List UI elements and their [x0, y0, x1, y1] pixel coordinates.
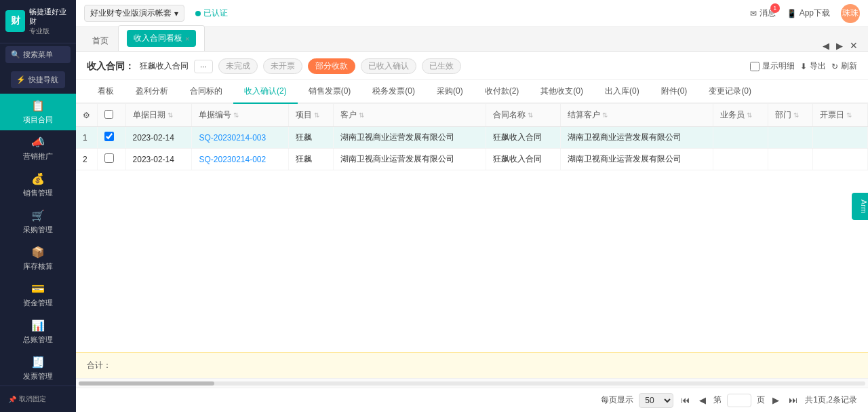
- dept-column-header[interactable]: 部门⇅: [768, 104, 813, 127]
- sidebar-icon-purchase: 🛒: [31, 209, 45, 223]
- subtab-收入确认[interactable]: 收入确认(2): [233, 80, 298, 104]
- sidebar-icon-project: 📋: [31, 99, 45, 113]
- row-checkbox-1[interactable]: [104, 153, 114, 163]
- status-noinvoice-badge[interactable]: 未开票: [263, 58, 302, 74]
- sidebar-label-invoice: 发票管理: [23, 371, 53, 381]
- sidebar-icon-sales: 💰: [31, 172, 45, 186]
- row-dept-0: [768, 127, 813, 149]
- row-code-1[interactable]: SQ-20230214-002: [192, 149, 288, 170]
- sidebar-item-general[interactable]: 📊 总账管理: [0, 314, 76, 350]
- page-label-page: 页: [757, 394, 765, 406]
- table-row[interactable]: 2 2023-02-14 SQ-20230214-002 狂飙 湖南卫视商业运营…: [76, 149, 868, 170]
- subtab-合同标的[interactable]: 合同标的: [179, 80, 233, 104]
- sort-icon: ⇅: [528, 111, 533, 119]
- prev-page-button[interactable]: ◀: [697, 395, 708, 405]
- sidebar-item-marketing[interactable]: 📣 营销推广: [0, 130, 76, 167]
- subtab-附件[interactable]: 附件(0): [650, 80, 698, 104]
- contract-more-button[interactable]: ···: [194, 60, 213, 73]
- subtab-其他收支[interactable]: 其他收支(0): [530, 80, 594, 104]
- search-menu-button[interactable]: 🔍 搜索菜单: [5, 46, 71, 63]
- subtab-采购[interactable]: 采购(0): [426, 80, 474, 104]
- sidebar-item-project[interactable]: 📋 项目合同: [0, 94, 76, 130]
- export-button[interactable]: ⬇ 导出: [800, 60, 826, 72]
- row-date-0: 2023-02-14: [125, 127, 192, 149]
- horizontal-scrollbar[interactable]: [76, 378, 868, 388]
- unpin-button[interactable]: 📌 取消固定: [5, 392, 71, 407]
- header-actions: 显示明细 ⬇ 导出 ↻ 刷新: [750, 60, 857, 72]
- subtab-销售发票[interactable]: 销售发票(0): [298, 80, 362, 104]
- table-header: ⚙ 单据日期⇅ 单据编号⇅ 项目⇅ 客户⇅ 合同名称⇅ 结算客户⇅ 业务员⇅ 部…: [76, 104, 868, 127]
- row-code-link-0[interactable]: SQ-20230214-003: [199, 133, 266, 143]
- status-active-badge[interactable]: 已生效: [422, 58, 461, 74]
- user-avatar[interactable]: 珠珠: [841, 4, 860, 23]
- customer-column-header[interactable]: 客户⇅: [334, 104, 486, 127]
- code-column-header[interactable]: 单据编号⇅: [192, 104, 288, 127]
- open-date-column-header[interactable]: 开票日⇅: [813, 104, 868, 127]
- last-page-button[interactable]: ⏭: [787, 395, 800, 405]
- date-column-header[interactable]: 单据日期⇅: [125, 104, 192, 127]
- tabbar: 首页 收入合同看板 × ◀ ▶ ✕: [76, 27, 868, 52]
- status-confirmed-badge[interactable]: 已收入确认: [361, 58, 416, 74]
- settle-column-header[interactable]: 结算客户⇅: [561, 104, 713, 127]
- first-page-button[interactable]: ⏮: [679, 395, 692, 405]
- sidebar-item-purchase[interactable]: 🛒 采购管理: [0, 204, 76, 240]
- contract-column-header[interactable]: 合同名称⇅: [486, 104, 560, 127]
- select-all-checkbox[interactable]: [104, 110, 113, 119]
- salesperson-column-header[interactable]: 业务员⇅: [713, 104, 768, 127]
- sidebar-item-invoice[interactable]: 🧾 发票管理: [0, 350, 76, 386]
- subtab-盈利分析[interactable]: 盈利分析: [125, 80, 179, 104]
- subtab-看板[interactable]: 看板: [87, 80, 125, 104]
- row-check-0[interactable]: [98, 127, 126, 149]
- subtab-变更记录[interactable]: 变更记录(0): [698, 80, 762, 104]
- row-project-1: 狂飙: [288, 149, 334, 170]
- quick-nav-group: ⚡ 快捷导航: [0, 66, 76, 91]
- home-tab[interactable]: 首页: [84, 31, 117, 51]
- app-download-button[interactable]: 📱 App下载: [787, 7, 830, 19]
- status-partial-badge[interactable]: 部分收款: [308, 58, 355, 74]
- message-button[interactable]: ✉ 消息 1: [750, 7, 776, 19]
- contract-header: 收入合同： 狂飙收入合同 ··· 未完成 未开票 部分收款 已收入确认 已生效 …: [76, 52, 868, 80]
- detail-checkbox[interactable]: [750, 62, 760, 71]
- row-code-link-1[interactable]: SQ-20230214-002: [199, 155, 266, 164]
- subtab-收付款[interactable]: 收付款(2): [474, 80, 530, 104]
- table-row[interactable]: 1 2023-02-14 SQ-20230214-003 狂飙 湖南卫视商业运营…: [76, 127, 868, 149]
- sidebar-icon-general: 📊: [31, 319, 45, 333]
- next-page-button[interactable]: ▶: [770, 395, 781, 405]
- status-incomplete-badge[interactable]: 未完成: [218, 58, 258, 74]
- company-selector[interactable]: 好业财专业版演示帐套 ▾: [84, 5, 184, 22]
- quick-nav-button[interactable]: ⚡ 快捷导航: [11, 71, 65, 88]
- tab-label: 收入合同看板 ×: [127, 30, 196, 47]
- row-check-1[interactable]: [98, 149, 126, 170]
- project-column-header[interactable]: 项目⇅: [288, 104, 334, 127]
- row-customer-0: 湖南卫视商业运营发展有限公司: [334, 127, 486, 149]
- sub-tabs: 看板盈利分析合同标的收入确认(2)销售发票(0)税务发票(0)采购(0)收付款(…: [76, 80, 868, 104]
- gear-column-header[interactable]: ⚙: [76, 104, 98, 127]
- sidebar-item-capital[interactable]: 💳 资金管理: [0, 277, 76, 314]
- per-page-select[interactable]: 2050100200: [639, 393, 673, 408]
- page-number-input[interactable]: 1: [727, 394, 751, 407]
- table-container[interactable]: ⚙ 单据日期⇅ 单据编号⇅ 项目⇅ 客户⇅ 合同名称⇅ 结算客户⇅ 业务员⇅ 部…: [76, 104, 868, 352]
- row-checkbox-0[interactable]: [104, 132, 114, 141]
- refresh-icon: ↻: [831, 62, 838, 71]
- scroll-track[interactable]: [79, 381, 865, 386]
- row-code-0[interactable]: SQ-20230214-003: [192, 127, 288, 149]
- subtab-出入库[interactable]: 出入库(0): [594, 80, 650, 104]
- sidebar-item-inventory[interactable]: 📦 库存核算: [0, 240, 76, 277]
- right-float-button[interactable]: Arm: [852, 192, 868, 219]
- tab-nav-next[interactable]: ▶: [834, 41, 845, 51]
- sidebar-label-general: 总账管理: [23, 335, 53, 345]
- tab-close-button[interactable]: ×: [185, 35, 189, 43]
- sidebar-label-sales: 销售管理: [23, 188, 53, 198]
- page-label-first: 第: [713, 394, 722, 406]
- tab-close-all[interactable]: ✕: [848, 40, 860, 51]
- per-page-label: 每页显示: [601, 394, 633, 406]
- subtab-税务发票[interactable]: 税务发票(0): [361, 80, 426, 104]
- app-logo: 财 畅捷通好业财 专业版: [0, 0, 76, 43]
- check-column-header[interactable]: [98, 104, 126, 127]
- contract-tab[interactable]: 收入合同看板 ×: [118, 25, 205, 51]
- scroll-thumb[interactable]: [79, 381, 214, 386]
- detail-toggle[interactable]: 显示明细: [750, 60, 795, 72]
- sidebar-item-sales[interactable]: 💰 销售管理: [0, 167, 76, 204]
- tab-nav-prev[interactable]: ◀: [821, 41, 831, 51]
- refresh-button[interactable]: ↻ 刷新: [831, 60, 857, 72]
